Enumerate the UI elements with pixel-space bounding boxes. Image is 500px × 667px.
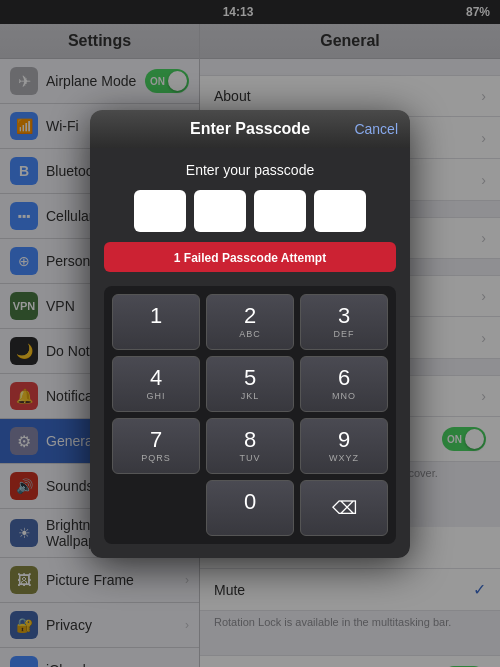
passcode-box-2	[194, 190, 246, 232]
passcode-prompt: Enter your passcode	[104, 162, 396, 178]
key-empty	[112, 480, 200, 536]
key-4[interactable]: 4 GHI	[112, 356, 200, 412]
passcode-title: Enter Passcode	[190, 120, 310, 138]
key-5[interactable]: 5 JKL	[206, 356, 294, 412]
key-2[interactable]: 2 ABC	[206, 294, 294, 350]
passcode-error-text: 1 Failed Passcode Attempt	[174, 251, 326, 265]
key-7[interactable]: 7 PQRS	[112, 418, 200, 474]
keypad-row-3: 7 PQRS 8 TUV 9 WXYZ	[112, 418, 388, 474]
passcode-box-1	[134, 190, 186, 232]
passcode-titlebar: Enter Passcode Cancel	[90, 110, 410, 148]
passcode-dialog: Enter Passcode Cancel Enter your passcod…	[90, 110, 410, 558]
passcode-body: Enter your passcode 1 Failed Passcode At…	[90, 148, 410, 558]
keypad: 1 2 ABC 3 DEF 4 GHI	[104, 286, 396, 544]
key-9[interactable]: 9 WXYZ	[300, 418, 388, 474]
keypad-row-1: 1 2 ABC 3 DEF	[112, 294, 388, 350]
key-delete[interactable]: ⌫	[300, 480, 388, 536]
passcode-box-4	[314, 190, 366, 232]
key-1[interactable]: 1	[112, 294, 200, 350]
key-8[interactable]: 8 TUV	[206, 418, 294, 474]
delete-icon: ⌫	[332, 497, 357, 519]
keypad-row-2: 4 GHI 5 JKL 6 MNO	[112, 356, 388, 412]
key-0[interactable]: 0	[206, 480, 294, 536]
keypad-row-4: 0 ⌫	[112, 480, 388, 536]
passcode-error: 1 Failed Passcode Attempt	[104, 242, 396, 272]
passcode-cancel-button[interactable]: Cancel	[354, 121, 398, 137]
passcode-box-3	[254, 190, 306, 232]
key-6[interactable]: 6 MNO	[300, 356, 388, 412]
passcode-overlay: Enter Passcode Cancel Enter your passcod…	[0, 0, 500, 667]
key-3[interactable]: 3 DEF	[300, 294, 388, 350]
passcode-boxes	[104, 190, 396, 232]
